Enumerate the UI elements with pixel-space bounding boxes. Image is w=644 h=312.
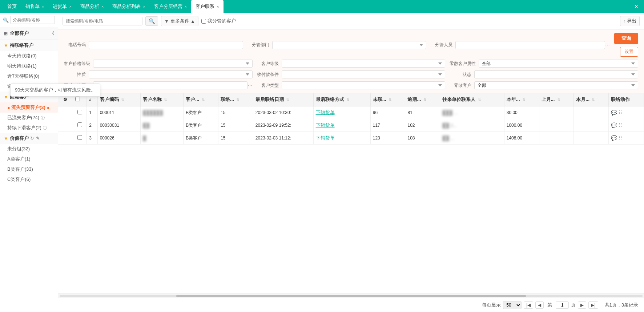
region-more-btn[interactable]: ··· — [247, 82, 252, 89]
table-contact-header[interactable]: 联络... ⇅ — [218, 93, 253, 106]
nav-home[interactable]: 首页 — [3, 0, 21, 13]
sidebar-item-ungrouped[interactable]: 未分组(32) — [0, 144, 58, 154]
nav-goods-analysis-list[interactable]: 商品分析列表 × — [108, 0, 149, 13]
sort-icon-8: ⇅ — [423, 98, 426, 102]
close-goods-analysis-tab[interactable]: × — [101, 4, 104, 9]
sidebar-search-input[interactable] — [10, 16, 55, 24]
row-contact: 15 — [218, 132, 253, 145]
close-goods-analysis-list-tab[interactable]: × — [143, 4, 145, 9]
sidebar-item-class-b[interactable]: B类客户(33) — [0, 164, 58, 174]
sidebar-item-churn-warning[interactable]: ● 流失预警客户(3) ● — [0, 102, 58, 113]
row-checkbox[interactable] — [77, 122, 82, 127]
contact-type-link[interactable]: 下销货单 — [316, 122, 335, 128]
table-last-contact-date-header[interactable]: 最后联络日期 ⇅ — [253, 93, 313, 106]
table-uncontacted-header[interactable]: 未联... ⇅ — [370, 93, 405, 106]
table-overdue-header[interactable]: 逾期... ⇅ — [405, 93, 440, 106]
row-checkbox[interactable] — [77, 110, 82, 114]
edit-icon[interactable]: ✎ — [36, 136, 40, 141]
per-page-select[interactable]: 50 20 100 200 — [503, 301, 522, 309]
sidebar-group-pending-title[interactable]: ▼ 待联络客户 — [0, 40, 58, 51]
close-sales-tab[interactable]: × — [42, 4, 44, 9]
table-customer-level-header[interactable]: 客户... ⇅ — [184, 93, 218, 106]
region-input[interactable] — [93, 81, 247, 89]
select-all-checkbox[interactable] — [75, 97, 80, 101]
contact-type-link[interactable]: 下销货单 — [316, 135, 335, 141]
action-more-icon[interactable]: ⠿ — [619, 135, 622, 141]
row-checkbox[interactable] — [77, 135, 82, 140]
row-uncontacted: 117 — [370, 119, 405, 132]
action-message-icon[interactable]: 💬 — [611, 122, 617, 128]
nav-customer-contact[interactable]: 客户联系 × — [191, 0, 223, 13]
nav-customer-tier[interactable]: 客户分层经营 × — [150, 0, 191, 13]
person-more-btn[interactable]: ··· — [605, 42, 610, 48]
table-this-month-header[interactable]: 本月... ⇅ — [574, 93, 609, 106]
customer-type-select[interactable] — [282, 81, 446, 89]
window-close-button[interactable]: × — [631, 3, 641, 11]
table-last-contact-type-header[interactable]: 最后联络方式 ⇅ — [313, 93, 370, 106]
sidebar-item-already-churned[interactable]: 已流失客户(24) ⓘ — [0, 113, 58, 123]
close-customer-tier-tab[interactable]: × — [185, 4, 187, 9]
sidebar-item-class-a[interactable]: A类客户(1) — [0, 154, 58, 164]
person-input[interactable] — [455, 41, 605, 49]
action-message-icon[interactable]: 💬 — [611, 135, 617, 141]
sidebar-item-7days-pending[interactable]: 近7天待联络(0) — [0, 71, 58, 81]
search-button[interactable]: 🔍 — [145, 16, 158, 26]
last-page-button[interactable]: ▶| — [588, 301, 598, 309]
table-unit-contacts-header[interactable]: 往来单位联系人 ⇅ — [440, 93, 504, 106]
sidebar-item-today-pending[interactable]: 今天待联络(0) — [0, 51, 58, 61]
my-customers-checkbox[interactable]: 我分管的客户 — [201, 18, 236, 24]
more-conditions-button[interactable]: ▼ 更多条件 ▲ — [161, 16, 198, 26]
zero-retail-select[interactable]: 全部 — [474, 81, 638, 89]
my-customers-check[interactable] — [201, 19, 206, 24]
contact-type-link[interactable]: 下销货单 — [316, 110, 335, 115]
filter-customer-tier: 客户等级 — [257, 60, 446, 68]
action-message-icon[interactable]: 💬 — [611, 110, 617, 116]
row-checkbox-cell[interactable] — [73, 132, 87, 145]
export-button[interactable]: ↑ 导出 — [620, 16, 640, 26]
payment-select[interactable] — [282, 70, 446, 78]
phone-input[interactable] — [89, 41, 243, 49]
zero-attr-select[interactable]: 全部 — [479, 60, 638, 68]
query-button[interactable]: 查询 — [614, 33, 638, 44]
row-customer-code: 000026 — [97, 132, 140, 145]
sidebar-all-customers[interactable]: ⊞ 全部客户 《 — [0, 27, 58, 40]
sidebar-group-value-title[interactable]: ▼ 价值客户 ↻ ✎ — [0, 133, 58, 144]
dept-select[interactable] — [272, 41, 427, 49]
table-customer-name-header[interactable]: 客户名称 ⇅ — [141, 93, 184, 106]
nav-purchase[interactable]: 进货单 × — [48, 0, 76, 13]
pagination: 每页显示 50 20 100 200 |◀ ◀ 第 页 ▶ ▶| 共1页，3条记… — [58, 298, 644, 312]
row-last-contact-type[interactable]: 下销货单 — [313, 106, 370, 119]
scrollbar-thumb[interactable] — [176, 295, 526, 297]
customer-tier-select[interactable] — [282, 60, 446, 68]
close-customer-contact-tab[interactable]: × — [217, 4, 219, 9]
nav-sales[interactable]: 销售单 × — [21, 0, 48, 13]
row-action: 💬 ⠿ — [609, 119, 644, 132]
row-last-contact-type[interactable]: 下销货单 — [313, 119, 370, 132]
sidebar-item-tomorrow-pending[interactable]: 明天待联络(1) — [0, 61, 58, 71]
action-more-icon[interactable]: ⠿ — [619, 122, 622, 128]
prev-page-button[interactable]: ◀ — [535, 301, 544, 309]
gender-select[interactable] — [89, 70, 253, 78]
row-checkbox-cell[interactable] — [73, 119, 87, 132]
settings-button[interactable]: 设置 — [620, 47, 638, 57]
row-unit-contacts: ███ ... — [440, 106, 504, 119]
price-tier-select[interactable] — [93, 60, 253, 68]
next-page-button[interactable]: ▶ — [578, 301, 586, 309]
status-select[interactable] — [474, 70, 638, 78]
sidebar-item-declining[interactable]: 持续下滑客户(2) ⓘ — [0, 123, 58, 133]
table-last-month-header[interactable]: 上月... ⇅ — [539, 93, 574, 106]
first-page-button[interactable]: |◀ — [524, 301, 533, 309]
refresh-icon[interactable]: ↻ — [30, 136, 34, 141]
horizontal-scrollbar[interactable] — [58, 293, 644, 298]
action-more-icon[interactable]: ⠿ — [619, 110, 622, 116]
row-checkbox-cell[interactable] — [73, 106, 87, 119]
close-purchase-tab[interactable]: × — [69, 4, 71, 9]
page-number-input[interactable] — [556, 301, 569, 309]
search-input[interactable] — [63, 17, 142, 25]
row-last-contact-type[interactable]: 下销货单 — [313, 132, 370, 145]
table-this-year-header[interactable]: 本年... ⇅ — [504, 93, 539, 106]
nav-goods-analysis[interactable]: 商品分析 × — [76, 0, 108, 13]
declining-info: ⓘ — [43, 125, 47, 131]
table-customer-code-header[interactable]: 客户编码 ⇅ — [97, 93, 140, 106]
sidebar-item-class-c[interactable]: C类客户(6) — [0, 174, 58, 185]
